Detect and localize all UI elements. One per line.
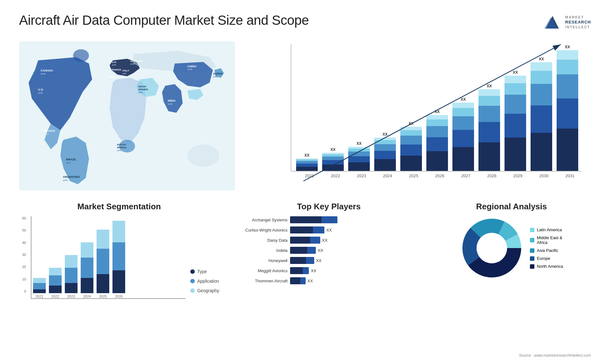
svg-text:FRANCE: FRANCE [111,68,121,71]
player-seg-1 [303,267,309,274]
bar-seg-4 [426,115,448,119]
player-bar-wrap-2: XX [290,237,328,244]
player-seg-0 [290,267,303,274]
legend-geo: Geography [190,288,219,293]
seg-seg-2 [81,242,93,258]
seg-bar-group-4: 2025 [97,230,109,298]
bar-seg-3 [478,96,500,106]
bar-seg-2 [348,152,370,156]
player-bar-stack-6 [290,277,306,284]
bar-seg-0 [426,151,448,171]
bar-seg-2 [531,84,552,105]
seg-stack-5 [112,221,125,293]
player-seg-1 [306,257,314,264]
svg-text:xx%: xx% [108,79,112,81]
bar-group-2021: XX [296,153,318,171]
svg-text:xx%: xx% [117,149,121,152]
bar-stack-2029 [505,76,526,171]
bar-seg-0 [531,133,552,171]
bar-xlabel-2024: 2024 [377,173,398,178]
bar-xlabel-2030: 2030 [533,173,555,178]
player-row-1: Curtiss-Wright AvionicsXX [235,226,423,233]
source-text: Source : www.marketresearchintellect.com [519,353,591,358]
bar-chart-xlabels: 2021202220232024202520262027202820292030… [291,173,581,178]
legend-label-app: Application [197,279,219,284]
map-container: CANADA xx% U.S. xx% MEXICO xx% BRAZIL xx… [19,41,272,194]
legend-europe: Europe [530,256,563,261]
bar-stack-2028 [478,89,500,171]
bar-seg-3 [348,149,370,152]
legend-label-apac: Asia Pacific [537,248,558,253]
svg-point-3 [73,49,89,62]
regional-title: Regional Analysis [435,202,588,212]
player-seg-1 [313,226,324,233]
seg-bar-group-5: 2026 [112,221,125,298]
seg-xlabel-0: 2021 [36,294,43,298]
seg-xlabel-1: 2022 [51,294,59,298]
seg-bar-group-0: 2021 [33,278,46,298]
bar-seg-3 [400,130,422,136]
bar-chart-area: XXXXXXXXXXXXXXXXXXXXXX 20212022202320242… [284,41,591,197]
svg-text:xx%: xx% [44,133,49,136]
svg-text:xx%: xx% [66,161,71,164]
svg-text:xx%: xx% [41,72,45,75]
player-bar-wrap-4: XX [290,257,322,264]
bar-xx-2026: XX [435,110,440,114]
seg-xlabel-2: 2023 [67,294,75,298]
key-players-list: Archangel SystemsCurtiss-Wright Avionics… [235,216,423,284]
seg-seg-1 [81,258,93,278]
key-players-panel: Top Key Players Archangel SystemsCurtiss… [226,202,432,299]
svg-text:INDIA: INDIA [168,99,176,102]
top-section: CANADA xx% U.S. xx% MEXICO xx% BRAZIL xx… [19,41,591,197]
seg-bar-group-2: 2023 [65,255,78,298]
svg-text:SOUTH: SOUTH [117,143,126,146]
player-xx-2: XX [322,238,328,243]
seg-stack-2 [65,255,78,293]
world-map-svg: CANADA xx% U.S. xx% MEXICO xx% BRAZIL xx… [19,41,235,191]
player-bar-wrap-6: XX [290,277,313,284]
legend-dot-na [530,264,534,269]
seg-stack-4 [97,230,109,293]
player-xx-3: XX [318,248,323,253]
regional-legend: Latin America Middle East &Africa Asia P… [530,227,563,269]
bar-xlabel-2026: 2026 [429,173,451,178]
bar-xx-2030: XX [539,57,544,61]
player-bar-stack-3 [290,247,316,254]
segmentation-content: 60 50 40 30 20 10 0 20212022202320242025… [19,216,219,299]
seg-seg-2 [65,255,78,268]
svg-point-46 [477,233,507,263]
header: Aircraft Air Data Computer Market Size a… [19,13,591,32]
bar-seg-1 [322,160,344,165]
bar-seg-1 [452,130,474,147]
legend-label-latin: Latin America [537,227,562,232]
player-name-4: Honeywell [235,258,288,263]
bar-seg-4 [374,138,396,140]
bar-seg-2 [400,136,422,145]
svg-text:xx%: xx% [130,63,134,65]
player-bar-stack-0 [290,216,337,223]
legend-apac: Asia Pacific [530,248,563,253]
bar-seg-3 [505,83,526,95]
bottom-section: Market Segmentation 60 50 40 30 20 10 0 … [19,202,591,299]
seg-seg-0 [112,270,125,293]
seg-stack-1 [49,268,62,293]
logo-text: MARKET RESEARCH INTELLECT [565,15,591,29]
legend-dot-app [190,279,195,283]
player-bar-wrap-5: XX [290,267,316,274]
bar-group-2029: XX [505,70,526,171]
seg-seg-2 [49,268,62,275]
bar-xlabel-2022: 2022 [325,173,346,178]
bar-xlabel-2031: 2031 [559,173,581,178]
bar-xx-2027: XX [461,97,466,102]
seg-seg-1 [112,242,125,270]
svg-text:xx%: xx% [38,91,43,94]
seg-bars: 202120222023202420252026 [31,216,186,299]
seg-xlabel-4: 2025 [99,294,107,298]
bar-seg-1 [557,98,578,129]
bar-seg-0 [557,129,578,171]
player-row-2: Daisy DataXX [235,237,423,244]
svg-text:AFRICA: AFRICA [117,146,126,149]
player-xx-4: XX [316,258,322,263]
player-name-1: Curtiss-Wright Avionics [235,228,288,233]
bar-group-2030: XX [531,57,552,171]
